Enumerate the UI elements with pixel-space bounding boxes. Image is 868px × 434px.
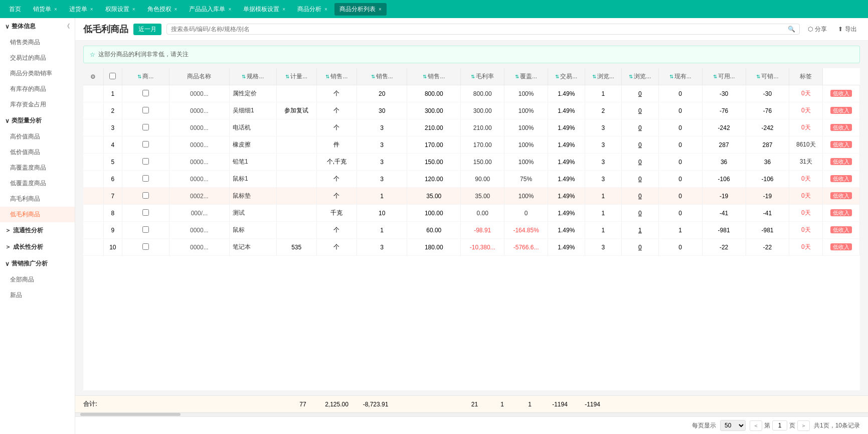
nav-product-entry[interactable]: 产品品入库单 ×: [184, 3, 236, 16]
col-coverage-cell: 1.49%: [548, 222, 585, 239]
close-permissions-icon[interactable]: ×: [132, 7, 135, 12]
nav-purchase-order[interactable]: 进货单 ×: [64, 3, 98, 16]
sidebar-group-circulation[interactable]: ＞ 流通性分析: [0, 222, 75, 239]
nav-product-analysis-list[interactable]: 商品分析列表 ×: [334, 3, 387, 16]
th-saleable[interactable]: ⇅可销...: [746, 68, 789, 85]
row-checkbox[interactable]: [142, 107, 149, 113]
col-browse1-cell[interactable]: 0: [622, 85, 659, 102]
row-checkbox[interactable]: [142, 209, 149, 216]
export-button[interactable]: ⬆ 导出: [835, 24, 860, 35]
col-check-cell[interactable]: [122, 205, 169, 222]
sidebar-item-category-rate[interactable]: 商品分类助销率: [0, 66, 75, 81]
settings-icon[interactable]: ⚙: [90, 73, 96, 80]
col-check-cell[interactable]: [122, 239, 169, 256]
search-icon[interactable]: 🔍: [788, 26, 795, 33]
col-check-cell[interactable]: [122, 85, 169, 102]
col-browse1-cell[interactable]: 1: [622, 222, 659, 239]
col-name-cell: 电话机: [229, 119, 276, 136]
sidebar-item-low-coverage[interactable]: 低覆盖度商品: [0, 176, 75, 191]
sidebar-group-overall[interactable]: ∨ 整体信息 《: [0, 18, 75, 35]
col-browse1-cell[interactable]: 0: [622, 154, 659, 171]
col-check-cell[interactable]: [122, 136, 169, 154]
page-suffix-label: 页: [789, 421, 795, 430]
th-settings[interactable]: ⚙: [83, 68, 103, 85]
sidebar-item-stock-capital[interactable]: 库存资金占用: [0, 97, 75, 112]
col-sales-qty-cell: 3: [357, 171, 407, 188]
col-check-cell[interactable]: [122, 222, 169, 239]
sidebar-group-type-analysis[interactable]: ∨ 类型量分析: [0, 112, 75, 129]
th-browse1[interactable]: ⇅浏览...: [585, 68, 622, 85]
nav-home[interactable]: 首页: [4, 3, 26, 16]
th-unit[interactable]: ⇅计量...: [276, 68, 316, 85]
th-coverage[interactable]: ⇅覆盖...: [504, 68, 548, 85]
col-spec-cell: [276, 188, 316, 205]
close-template-settings-icon[interactable]: ×: [282, 7, 285, 12]
th-trade[interactable]: ⇅交易...: [548, 68, 585, 85]
col-browse1-cell[interactable]: 0: [622, 171, 659, 188]
close-purchase-order-icon[interactable]: ×: [90, 7, 93, 12]
th-gross-rate[interactable]: ⇅毛利率: [461, 68, 504, 85]
close-role-auth-icon[interactable]: ×: [175, 7, 178, 12]
row-checkbox[interactable]: [142, 124, 149, 130]
close-product-analysis-list-icon[interactable]: ×: [379, 7, 382, 12]
nav-sales-order[interactable]: 销货单 ×: [28, 3, 62, 16]
col-check-cell[interactable]: [122, 188, 169, 205]
col-browse1-cell[interactable]: 0: [622, 205, 659, 222]
sidebar-item-all-goods[interactable]: 全部商品: [0, 272, 75, 287]
row-checkbox[interactable]: [142, 90, 149, 96]
col-check-cell[interactable]: [122, 119, 169, 136]
share-button[interactable]: ⬡ 分享: [805, 24, 830, 35]
sidebar-item-high-coverage[interactable]: 高覆盖度商品: [0, 160, 75, 176]
sidebar-group-marketing[interactable]: ∨ 营销推广分析: [0, 255, 75, 272]
sidebar-item-high-value[interactable]: 高价值商品: [0, 129, 75, 144]
th-sales-profit[interactable]: ⇅销售...: [407, 68, 461, 85]
row-checkbox[interactable]: [142, 141, 149, 148]
page-number-input[interactable]: [772, 420, 787, 430]
th-browse2[interactable]: ⇅浏览...: [622, 68, 659, 85]
col-check-cell[interactable]: [122, 102, 169, 119]
sidebar-item-in-stock[interactable]: 有库存的商品: [0, 81, 75, 97]
col-check-cell[interactable]: [122, 154, 169, 171]
per-page-select[interactable]: 50 20 100: [720, 420, 746, 431]
th-check[interactable]: [103, 68, 122, 85]
th-current[interactable]: ⇅现有...: [658, 68, 702, 85]
close-sales-order-icon[interactable]: ×: [54, 7, 57, 12]
sidebar-item-sales-goods[interactable]: 销售类商品: [0, 35, 75, 50]
horizontal-scrollbar[interactable]: [75, 412, 868, 416]
sidebar-group-growth[interactable]: ＞ 成长性分析: [0, 239, 75, 255]
th-sales-price[interactable]: ⇅销售...: [357, 68, 407, 85]
period-button[interactable]: 近一月: [133, 24, 161, 35]
th-spec[interactable]: ⇅规格...: [229, 68, 276, 85]
sidebar-item-low-margin[interactable]: 低毛利商品: [0, 207, 75, 222]
th-available[interactable]: ⇅可用...: [702, 68, 746, 85]
nav-template-settings[interactable]: 单据模板设置 ×: [238, 3, 290, 16]
sidebar-item-low-value[interactable]: 低价值商品: [0, 144, 75, 160]
row-checkbox[interactable]: [142, 192, 149, 199]
search-input[interactable]: [171, 26, 785, 33]
close-product-analysis-icon[interactable]: ×: [324, 7, 327, 12]
col-browse2-cell: 0: [658, 239, 702, 256]
nav-permissions[interactable]: 权限设置 ×: [100, 3, 140, 16]
close-product-entry-icon[interactable]: ×: [228, 7, 231, 12]
row-checkbox[interactable]: [142, 175, 149, 182]
sidebar-item-traded-goods[interactable]: 交易过的商品: [0, 50, 75, 66]
next-page-button[interactable]: ＞: [797, 420, 810, 431]
sidebar-item-high-margin[interactable]: 高毛利商品: [0, 191, 75, 207]
nav-role-auth[interactable]: 角色授权 ×: [142, 3, 183, 16]
collapse-sidebar-btn[interactable]: 《: [64, 23, 70, 30]
col-check-cell[interactable]: [122, 171, 169, 188]
col-browse1-cell[interactable]: 0: [622, 119, 659, 136]
col-browse1-cell[interactable]: 0: [622, 188, 659, 205]
nav-product-analysis[interactable]: 商品分析 ×: [292, 3, 332, 16]
th-sales-qty[interactable]: ⇅销售...: [316, 68, 357, 85]
th-code[interactable]: ⇅商...: [122, 68, 169, 85]
row-checkbox[interactable]: [142, 243, 149, 250]
sidebar-item-new-goods[interactable]: 新品: [0, 287, 75, 303]
row-checkbox[interactable]: [142, 158, 149, 165]
col-browse1-cell[interactable]: 0: [622, 136, 659, 154]
select-all-checkbox[interactable]: [109, 73, 116, 79]
prev-page-button[interactable]: ＜: [750, 420, 762, 431]
col-browse1-cell[interactable]: 0: [622, 102, 659, 119]
row-checkbox[interactable]: [142, 226, 149, 233]
col-browse1-cell[interactable]: 0: [622, 239, 659, 256]
